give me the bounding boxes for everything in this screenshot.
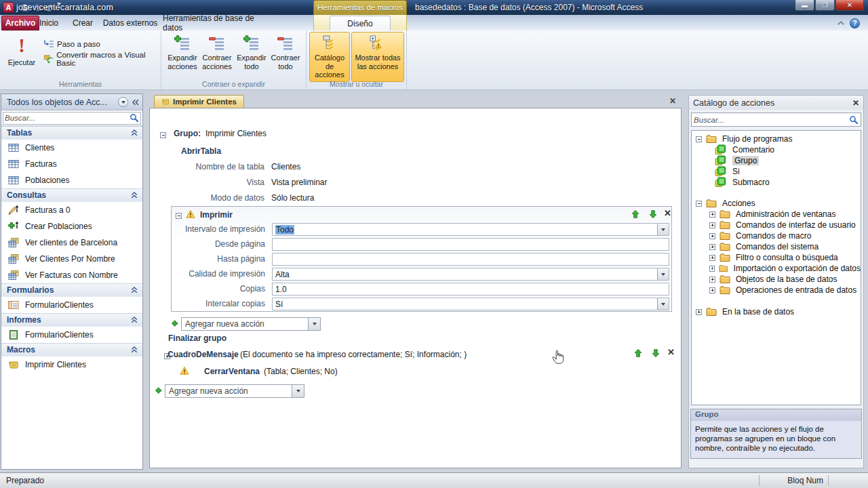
collapse-node-box[interactable] [696, 201, 702, 207]
nav-item-crear-poblaciones[interactable]: Crear Poblaciones [1, 218, 142, 235]
catalog-search-input[interactable] [694, 116, 849, 124]
tree-item-grupo[interactable]: Grupo [692, 155, 861, 166]
action-imprimir[interactable]: Imprimir [200, 210, 233, 220]
move-up-icon[interactable] [633, 348, 643, 358]
dropdown-icon[interactable] [308, 318, 320, 330]
dropdown-icon[interactable] [657, 298, 669, 310]
move-up-icon[interactable] [631, 209, 640, 219]
prop-value[interactable]: Sólo lectura [271, 193, 314, 203]
ejecutar-button[interactable]: ! Ejecutar [4, 32, 39, 82]
tree-node-operaciones-entrada[interactable]: Operaciones de entrada de datos [692, 285, 861, 296]
expand-node-box[interactable] [709, 277, 715, 283]
intervalo-impresion-field[interactable]: Todo [272, 223, 669, 236]
close-button[interactable]: ✕ [835, 0, 864, 11]
nav-item-facturas[interactable]: Facturas [1, 156, 142, 172]
collapse-section-icon[interactable] [130, 286, 138, 294]
delete-action-icon[interactable]: ✕ [667, 347, 675, 357]
prop-value[interactable]: Clientes [271, 162, 300, 171]
expandir-todo-button[interactable]: Expandirtodo [235, 32, 269, 71]
tree-node-comandos-sistema[interactable]: Comandos del sistema [692, 241, 861, 252]
expand-node-box[interactable] [709, 266, 715, 272]
action-cerrarventana[interactable]: CerrarVentana [204, 367, 260, 376]
restore-button[interactable]: ❐ [815, 0, 835, 11]
access-app-icon[interactable]: A [3, 2, 14, 13]
dropdown-icon[interactable] [657, 268, 669, 280]
expand-node-box[interactable] [709, 233, 715, 239]
minimize-button[interactable]: ▬ [795, 0, 814, 11]
nav-search-input[interactable] [5, 114, 130, 122]
mostrar-todas-acciones-button[interactable]: Mostrar todaslas acciones [351, 32, 404, 82]
collapse-node-box[interactable] [696, 136, 702, 142]
tree-node-administracion-ventanas[interactable]: Administración de ventanas [692, 209, 861, 220]
tree-node-flujo-de-programas[interactable]: Flujo de programas [692, 134, 861, 144]
contraer-acciones-button[interactable]: Contraeracciones [200, 32, 234, 71]
nav-section-formularios[interactable]: Formularios [1, 283, 142, 297]
expand-node-box[interactable] [709, 287, 715, 293]
add-action-combobox[interactable]: Agregar nueva acción [165, 384, 304, 398]
nav-section-consultas[interactable]: Consultas [1, 188, 142, 202]
tab-crear[interactable]: Crear [68, 16, 98, 30]
search-icon[interactable] [130, 113, 139, 123]
add-action-icon[interactable] [155, 386, 164, 395]
prop-value[interactable]: Vista preliminar [271, 178, 327, 187]
nav-item-ver-clientes-barcelona[interactable]: Ver clientes de Barcelona [1, 235, 142, 251]
minimize-ribbon-icon[interactable] [837, 19, 845, 27]
desde-pagina-field[interactable] [272, 238, 669, 251]
collapse-section-icon[interactable] [130, 316, 138, 324]
collapse-section-icon[interactable] [130, 129, 138, 137]
expand-node-box[interactable] [696, 309, 702, 315]
collapse-section-icon[interactable] [130, 346, 138, 354]
expand-node-box[interactable] [709, 244, 715, 250]
nav-item-formulario-clientes[interactable]: FormularioClientes [1, 297, 142, 313]
search-icon[interactable] [849, 115, 859, 125]
add-action-combobox[interactable]: Agregar nueva acción [181, 317, 321, 331]
collapse-section-icon[interactable] [130, 191, 138, 199]
tab-herramientas-bd[interactable]: Herramientas de base de datos [163, 16, 269, 30]
tab-datos-externos[interactable]: Datos externos [99, 16, 161, 30]
nav-pane-header[interactable]: Todos los objetos de Acc... [1, 94, 142, 110]
collapse-action-box[interactable] [176, 213, 182, 219]
nav-pane-menu-icon[interactable] [118, 97, 128, 107]
tree-item-comentario[interactable]: Comentario [692, 144, 861, 155]
tree-node-filtro-consulta[interactable]: Filtro o consulta o búsqueda [692, 252, 861, 263]
convertir-macros-button[interactable]: Convertir macros a Visual Basic [43, 52, 161, 66]
nav-item-clientes[interactable]: Clientes [1, 140, 142, 156]
hasta-pagina-field[interactable] [272, 253, 669, 266]
catalogo-acciones-button[interactable]: Catálogode acciones [309, 32, 350, 82]
calidad-impresion-field[interactable]: Alta [272, 268, 669, 281]
nav-section-informes[interactable]: Informes [1, 313, 142, 327]
action-cuadrodemensaje[interactable]: CuadroDeMensaje [167, 350, 239, 359]
shutter-close-icon[interactable] [132, 98, 140, 106]
expandir-acciones-button[interactable]: Expandiracciones [165, 32, 199, 71]
tree-node-comandos-interfaz[interactable]: Comandos de interfaz de usuario [692, 220, 861, 230]
delete-action-icon[interactable]: ✕ [664, 208, 671, 218]
collapse-group-box[interactable] [160, 132, 166, 138]
nav-item-facturas-a-0[interactable]: Facturas a 0 [1, 202, 142, 218]
dropdown-icon[interactable] [657, 224, 669, 235]
nav-item-poblaciones[interactable]: Poblaciones [1, 172, 142, 188]
tree-node-en-la-base-de-datos[interactable]: En la base de datos [692, 306, 861, 317]
dropdown-icon[interactable] [292, 385, 304, 397]
tab-inicio[interactable]: Inicio [34, 16, 64, 30]
tree-item-si[interactable]: Si [692, 166, 861, 177]
move-down-icon[interactable] [651, 348, 660, 358]
move-down-icon[interactable] [648, 209, 658, 219]
nav-item-imprimir-clientes[interactable]: Imprimir Clientes [1, 357, 142, 373]
add-action-icon[interactable] [171, 319, 180, 328]
copias-field[interactable]: 1.0 [272, 283, 669, 296]
action-abrirtabla[interactable]: AbrirTabla [181, 146, 221, 156]
expand-node-box[interactable] [709, 222, 715, 228]
tree-node-importacion-exportacion[interactable]: Importación o exportación de datos [692, 263, 861, 274]
tree-node-acciones[interactable]: Acciones [692, 198, 861, 209]
nav-item-ver-clientes-nombre[interactable]: Ver Clientes Por Nombre [1, 251, 142, 267]
group-name[interactable]: Imprimir Clientes [205, 129, 267, 138]
tree-node-objetos-base-datos[interactable]: Objetos de la base de datos [692, 274, 861, 285]
intercalar-copias-field[interactable]: Sí [272, 298, 669, 310]
help-icon[interactable]: ? [850, 18, 860, 28]
nav-section-macros[interactable]: Macros [1, 343, 142, 357]
tab-diseno[interactable]: Diseño [330, 16, 391, 30]
contraer-todo-button[interactable]: Contraertodo [269, 32, 302, 71]
nav-item-ver-facturas-nombre[interactable]: Ver Facturas con Nombre [1, 267, 142, 283]
nav-item-informe-formulario-clientes[interactable]: FormularioClientes [1, 327, 142, 343]
paso-a-paso-button[interactable]: Paso a paso [43, 37, 100, 51]
